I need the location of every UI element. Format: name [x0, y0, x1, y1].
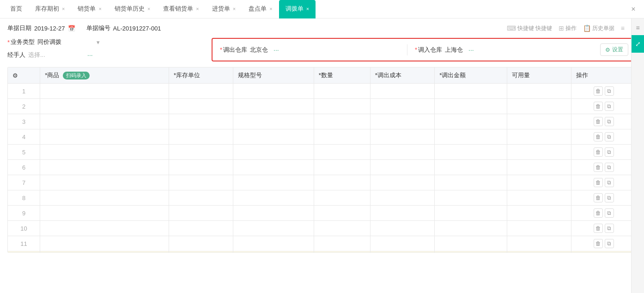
- tab-view-sales[interactable]: 查看销货单 ×: [157, 0, 205, 18]
- th-cost: *调出成本: [370, 67, 434, 84]
- warehouse-out-more-btn[interactable]: ···: [273, 46, 279, 54]
- delete-row-2[interactable]: 🗑: [594, 102, 603, 111]
- main-content: 单据日期 2019-12-27 📅 单据编号 AL-20191227-001 ⌨…: [0, 18, 644, 258]
- list-icon: ≡: [621, 24, 625, 32]
- warehouse-section: * 调出仓库 北京仓 ··· * 调入仓库 上海仓 ··· ⚙ 设置: [212, 38, 637, 61]
- copy-row-7[interactable]: ⧉: [605, 178, 614, 187]
- date-value: 2019-12-27: [34, 25, 65, 32]
- tab-sales-history[interactable]: 销货单历史 ×: [108, 0, 157, 18]
- table-header-row: ⚙ *商品 扫码录入 *库存单位 规格型号 *数量 *调出成本 *调出金额 可用…: [8, 67, 636, 84]
- table-row: 2🗑⧉: [8, 99, 636, 114]
- data-table: ⚙ *商品 扫码录入 *库存单位 规格型号 *数量 *调出成本 *调出金额 可用…: [8, 67, 636, 252]
- table-row: 5🗑⧉: [8, 145, 636, 160]
- delete-row-3[interactable]: 🗑: [594, 117, 603, 126]
- delete-row-5[interactable]: 🗑: [594, 147, 603, 157]
- date-field: 单据日期 2019-12-27 📅: [7, 24, 75, 32]
- copy-row-2[interactable]: ⧉: [605, 102, 614, 111]
- form-row: * 业务类型 同价调拨 ▾ 经手人 选择... ··· * 调出仓库 北京仓 ·…: [7, 38, 637, 61]
- delete-row-1[interactable]: 🗑: [594, 86, 603, 96]
- tab-home[interactable]: 首页: [4, 0, 29, 18]
- doc-num-value: AL-20191227-001: [113, 25, 161, 32]
- delete-row-10[interactable]: 🗑: [594, 224, 603, 233]
- biz-type-dropdown[interactable]: ▾: [97, 39, 100, 46]
- th-amount: *调出金额: [435, 67, 507, 84]
- table-row: 11🗑⧉: [8, 236, 636, 251]
- delete-row-9[interactable]: 🗑: [594, 208, 603, 218]
- th-goods: *商品 扫码录入: [40, 67, 169, 84]
- th-unit: *库存单位: [169, 67, 233, 84]
- subtotal-cost: 0.00: [370, 251, 434, 253]
- copy-row-9[interactable]: ⧉: [605, 208, 614, 218]
- view-list-btn[interactable]: ≡: [621, 24, 625, 32]
- table-scroll[interactable]: ⚙ *商品 扫码录入 *库存单位 规格型号 *数量 *调出成本 *调出金额 可用…: [8, 67, 636, 252]
- tab-bar: 首页 库存期初 × 销货单 × 销货单历史 × 查看销货单 × 进货单 × 盘点…: [0, 0, 644, 18]
- tab-purchase-order[interactable]: 进货单 ×: [206, 0, 242, 18]
- subtotal-label: 小计: [40, 251, 169, 253]
- scan-btn[interactable]: 扫码录入: [63, 72, 90, 79]
- operations-btn[interactable]: ⊞ 操作: [559, 24, 577, 32]
- doc-header-row: 单据日期 2019-12-27 📅 单据编号 AL-20191227-001 ⌨…: [7, 24, 637, 32]
- table-row: 7🗑⧉: [8, 175, 636, 190]
- tab-close-inventory-count[interactable]: ×: [269, 6, 272, 12]
- delete-row-4[interactable]: 🗑: [594, 132, 603, 141]
- copy-row-5[interactable]: ⧉: [605, 147, 614, 157]
- tab-close-inventory-init[interactable]: ×: [62, 6, 65, 12]
- settings-button[interactable]: ⚙ 设置: [600, 43, 628, 56]
- copy-row-11[interactable]: ⧉: [605, 239, 614, 248]
- doc-icon: 📋: [583, 24, 591, 32]
- history-doc-btn[interactable]: 📋 历史单据: [583, 24, 614, 32]
- biz-type-value[interactable]: 同价调拨: [37, 38, 93, 46]
- th-avail: 可用量: [507, 67, 571, 84]
- doc-num-field: 单据编号 AL-20191227-001: [86, 24, 161, 32]
- tab-close-purchase-order[interactable]: ×: [233, 6, 236, 12]
- biz-type-req: *: [7, 39, 10, 46]
- gear-icon: ⚙: [605, 47, 610, 53]
- calendar-icon[interactable]: 📅: [68, 25, 75, 32]
- tab-close-view-sales[interactable]: ×: [196, 6, 199, 12]
- delete-row-6[interactable]: 🗑: [594, 163, 603, 172]
- table-row: 1🗑⧉: [8, 84, 636, 99]
- table-row: 10🗑⧉: [8, 221, 636, 236]
- copy-row-1[interactable]: ⧉: [605, 86, 614, 96]
- subtotal-amount: 0.00: [435, 251, 507, 253]
- tab-transfer-order[interactable]: 调拨单 ×: [279, 0, 316, 18]
- table-row: 8🗑⧉: [8, 190, 636, 206]
- copy-row-6[interactable]: ⧉: [605, 163, 614, 172]
- handler-value[interactable]: 选择...: [28, 51, 84, 59]
- delete-row-11[interactable]: 🗑: [594, 239, 603, 248]
- th-gear[interactable]: ⚙: [8, 67, 40, 84]
- table-row: 6🗑⧉: [8, 160, 636, 175]
- delete-row-7[interactable]: 🗑: [594, 178, 603, 187]
- tab-close-sales-history[interactable]: ×: [147, 6, 150, 12]
- table-row: 3🗑⧉: [8, 114, 636, 129]
- tab-close-transfer-order[interactable]: ×: [306, 6, 309, 12]
- data-table-wrapper: ⚙ *商品 扫码录入 *库存单位 规格型号 *数量 *调出成本 *调出金额 可用…: [7, 67, 637, 253]
- wh-divider: [407, 44, 407, 55]
- warehouse-in-more-btn[interactable]: ···: [468, 46, 474, 54]
- warehouse-in-value[interactable]: 上海仓: [445, 46, 463, 54]
- th-ops: 操作: [571, 67, 636, 84]
- sidebar-expand-icon[interactable]: ⤢: [632, 35, 644, 53]
- window-close-button[interactable]: ×: [626, 2, 640, 16]
- copy-row-8[interactable]: ⧉: [605, 193, 614, 202]
- biz-type-field: * 业务类型 同价调拨 ▾: [7, 38, 206, 46]
- tab-inventory-init[interactable]: 库存期初 ×: [29, 0, 71, 18]
- handler-field: 经手人 选择... ···: [7, 51, 206, 59]
- shortcut-btn[interactable]: ⌨ 快捷键 快捷键: [507, 24, 552, 32]
- warehouse-in-field: * 调入仓库 上海仓 ···: [415, 46, 595, 54]
- tab-sales-order[interactable]: 销货单 ×: [71, 0, 108, 18]
- copy-row-10[interactable]: ⧉: [605, 224, 614, 233]
- subtotal-qty: 0.00: [314, 251, 370, 253]
- warehouse-out-value[interactable]: 北京仓: [250, 46, 268, 54]
- copy-row-4[interactable]: ⧉: [605, 132, 614, 141]
- th-spec: 规格型号: [233, 67, 314, 84]
- delete-row-8[interactable]: 🗑: [594, 193, 603, 202]
- handler-more-btn[interactable]: ···: [87, 51, 93, 59]
- table-row: 4🗑⧉: [8, 129, 636, 145]
- tab-close-sales-order[interactable]: ×: [98, 6, 101, 12]
- tab-inventory-count[interactable]: 盘点单 ×: [242, 0, 279, 18]
- sidebar-doc-icon[interactable]: ≡: [632, 22, 644, 33]
- keyboard-icon: ⌨: [507, 24, 516, 32]
- copy-row-3[interactable]: ⧉: [605, 117, 614, 126]
- th-qty: *数量: [314, 67, 370, 84]
